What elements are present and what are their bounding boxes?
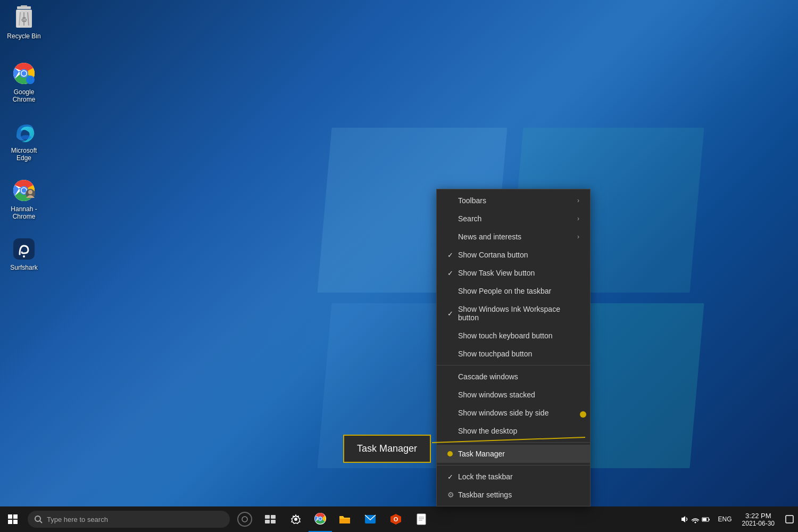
menu-item-label: Search [458, 214, 577, 223]
menu-item-label: Show touch keyboard button [458, 331, 579, 340]
menu-item-label: Show touchpad button [458, 350, 579, 358]
check-mark: ✓ [447, 269, 458, 277]
svg-rect-24 [8, 514, 12, 519]
svg-point-14 [21, 135, 31, 139]
menu-item-label: Taskbar settings [458, 491, 579, 499]
volume-icon [680, 515, 689, 523]
menu-item-show-ink[interactable]: ✓Show Windows Ink Workspace button [437, 300, 590, 327]
task-view-icon [265, 515, 276, 523]
menu-item-task-manager[interactable]: Task Manager [437, 445, 590, 463]
clock-date: 2021-06-30 [742, 520, 775, 527]
recycle-bin-label: Recycle Bin [7, 32, 40, 40]
search-placeholder: Type here to search [47, 516, 108, 523]
submenu-arrow-icon: › [577, 215, 579, 222]
task-manager-tooltip: Task Manager [343, 435, 431, 463]
notification-icon [785, 515, 794, 523]
svg-text:♻: ♻ [21, 15, 28, 24]
svg-rect-1 [21, 5, 27, 7]
menu-item-show-touchpad[interactable]: Show touchpad button [437, 345, 590, 363]
svg-marker-47 [681, 516, 685, 522]
taskbar-settings-app[interactable] [283, 506, 309, 532]
menu-item-label: Show Task View button [458, 269, 579, 277]
hannah-chrome-icon[interactable]: Hannah - Chrome [3, 176, 45, 223]
svg-point-18 [22, 188, 27, 193]
menu-item-show-desktop[interactable]: Show the desktop [437, 422, 590, 440]
taskbar-mail[interactable] [358, 506, 383, 532]
task-view-button[interactable] [257, 506, 283, 532]
menu-item-news-interests[interactable]: News and interests› [437, 228, 590, 246]
menu-item-show-task-view[interactable]: ✓Show Task View button [437, 264, 590, 282]
svg-point-22 [23, 255, 25, 257]
recycle-bin-icon[interactable]: ♻ Recycle Bin [3, 3, 45, 42]
menu-item-show-touch-kb[interactable]: Show touch keyboard button [437, 327, 590, 345]
surfshark-label: Surfshark [10, 264, 37, 271]
svg-rect-51 [703, 518, 706, 521]
menu-item-label: Show People on the taskbar [458, 287, 579, 295]
network-icon [691, 515, 700, 523]
svg-point-20 [28, 190, 32, 194]
menu-item-label: Task Manager [458, 450, 579, 458]
menu-item-label: Show the desktop [458, 427, 579, 435]
system-tray: ENG 3:22 PM 2021-06-30 [676, 506, 798, 532]
menu-item-label: Show windows stacked [458, 390, 579, 399]
svg-rect-52 [786, 516, 793, 523]
menu-item-show-stacked[interactable]: Show windows stacked [437, 386, 590, 404]
taskbar-office[interactable]: O [383, 506, 409, 532]
svg-rect-40 [339, 519, 350, 523]
surfshark-icon[interactable]: Surfshark [3, 234, 45, 273]
svg-rect-34 [271, 520, 276, 523]
start-button[interactable] [0, 506, 26, 532]
taskbar-file-explorer[interactable] [332, 506, 358, 532]
menu-separator [437, 365, 590, 365]
google-chrome-icon[interactable]: 👤 Google Chrome [3, 59, 45, 106]
menu-item-label: Cascade windows [458, 372, 579, 381]
menu-item-search[interactable]: Search› [437, 210, 590, 228]
mail-icon [364, 514, 376, 524]
menu-item-label: Lock the taskbar [458, 472, 579, 481]
svg-rect-50 [709, 519, 710, 521]
tray-icons[interactable] [676, 506, 714, 532]
menu-item-toolbars[interactable]: Toolbars› [437, 192, 590, 210]
menu-item-show-cortana[interactable]: ✓Show Cortana button [437, 246, 590, 264]
language-indicator[interactable]: ENG [714, 506, 736, 532]
svg-rect-25 [13, 514, 18, 519]
svg-text:O: O [394, 516, 398, 522]
taskbar-notepad[interactable] [409, 506, 434, 532]
taskbar: Type here to search [0, 506, 798, 532]
svg-text:👤: 👤 [27, 77, 34, 84]
svg-rect-32 [271, 515, 276, 519]
menu-item-lock-taskbar[interactable]: ✓Lock the taskbar [437, 468, 590, 486]
bullet-indicator [447, 451, 458, 456]
menu-item-label: Show Windows Ink Workspace button [458, 305, 579, 322]
svg-point-48 [694, 522, 696, 523]
menu-item-show-people[interactable]: Show People on the taskbar [437, 282, 590, 300]
svg-point-28 [35, 516, 40, 521]
notepad-icon [416, 513, 427, 525]
menu-item-label: News and interests [458, 232, 577, 241]
taskbar-context-menu: Toolbars›Search›News and interests›✓Show… [436, 189, 591, 506]
svg-point-30 [242, 517, 247, 522]
desktop: ♻ Recycle Bin 👤 Goog [0, 0, 798, 532]
taskbar-clock[interactable]: 3:22 PM 2021-06-30 [736, 506, 781, 532]
gear-icon: ⚙ [447, 491, 458, 499]
check-mark: ✓ [447, 310, 458, 318]
taskbar-chrome-app[interactable] [309, 506, 332, 532]
svg-rect-43 [417, 514, 426, 525]
menu-separator [437, 465, 590, 466]
microsoft-edge-label: Microsoft Edge [5, 147, 43, 162]
menu-item-taskbar-settings[interactable]: ⚙Taskbar settings [437, 486, 590, 504]
menu-item-label: Toolbars [458, 196, 577, 205]
taskbar-search[interactable]: Type here to search [28, 511, 230, 528]
menu-item-cascade-windows[interactable]: Cascade windows [437, 368, 590, 386]
cortana-icon [241, 516, 248, 523]
clock-time: 3:22 PM [745, 512, 771, 520]
cortana-button[interactable] [232, 506, 257, 532]
microsoft-edge-icon[interactable]: Microsoft Edge [3, 117, 45, 164]
file-explorer-icon [339, 514, 351, 525]
task-manager-bullet-dot [580, 411, 586, 418]
search-icon [34, 515, 43, 523]
svg-point-39 [319, 518, 322, 520]
notification-center[interactable] [781, 506, 798, 532]
google-chrome-label: Google Chrome [5, 88, 43, 104]
menu-item-show-side-by-side[interactable]: Show windows side by side [437, 404, 590, 422]
